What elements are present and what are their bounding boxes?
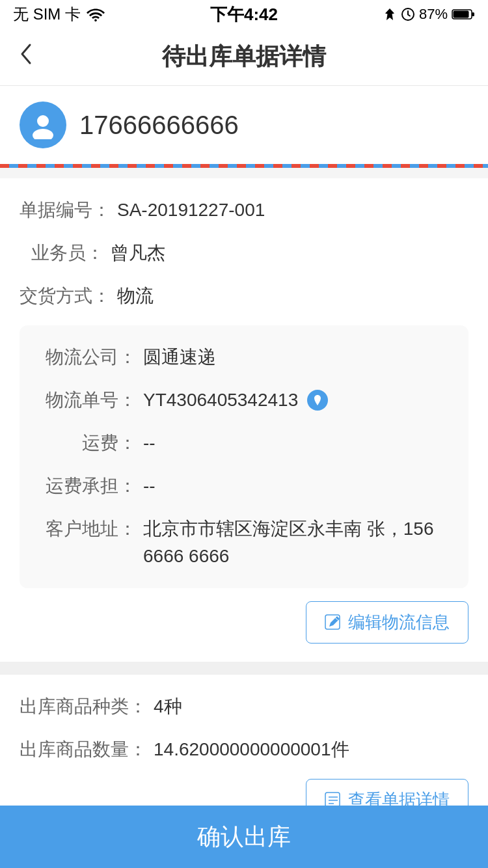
freight-bearer-label: 运费承担： xyxy=(39,472,143,500)
location-nav-icon xyxy=(383,7,397,21)
document-number-value: SA-20191227-001 xyxy=(117,197,468,224)
back-button[interactable] xyxy=(18,42,33,72)
logistics-company-value: 圆通速递 xyxy=(143,344,449,371)
customer-address-row: 客户地址： 北京市市辖区海淀区永丰南 张，156 6666 6666 xyxy=(39,515,449,570)
freight-value: -- xyxy=(143,429,449,457)
customer-address-value: 北京市市辖区海淀区永丰南 张，156 6666 6666 xyxy=(143,515,449,570)
map-pin-icon xyxy=(312,394,323,406)
delivery-method-value: 物流 xyxy=(117,282,468,310)
edit-icon xyxy=(325,614,342,631)
logistics-tracking-row: 物流单号： YT4306405342413 xyxy=(39,387,449,414)
avatar xyxy=(20,102,66,148)
confirm-button-label: 确认出库 xyxy=(197,821,291,853)
battery-icon xyxy=(452,8,475,20)
goods-type-value: 4种 xyxy=(154,693,468,720)
document-number-row: 单据编号： SA-20191227-001 xyxy=(20,197,468,224)
goods-quantity-row: 出库商品数量： 14.620000000000001件 xyxy=(20,736,468,763)
status-time: 下午4:42 xyxy=(210,3,278,26)
logistics-company-label: 物流公司： xyxy=(39,344,143,371)
edit-logistics-label: 编辑物流信息 xyxy=(348,611,450,634)
svg-rect-2 xyxy=(472,12,474,16)
goods-type-row: 出库商品种类： 4种 xyxy=(20,693,468,720)
svg-point-4 xyxy=(37,115,49,127)
document-number-label: 单据编号： xyxy=(20,197,117,224)
delivery-method-row: 交货方式： 物流 xyxy=(20,282,468,310)
battery-percent: 87% xyxy=(419,6,448,23)
customer-phone: 17666666666 xyxy=(79,111,239,140)
salesperson-row: 业务员： 曾凡杰 xyxy=(20,239,468,267)
confirm-button[interactable]: 确认出库 xyxy=(0,806,488,868)
carrier-text: 无 SIM 卡 xyxy=(13,4,81,25)
customer-address-label: 客户地址： xyxy=(39,515,143,543)
freight-bearer-value: -- xyxy=(143,472,449,500)
salesperson-value: 曾凡杰 xyxy=(111,239,468,267)
freight-bearer-row: 运费承担： -- xyxy=(39,472,449,500)
status-bar: 无 SIM 卡 下午4:42 87% xyxy=(0,0,488,29)
logistics-company-row: 物流公司： 圆通速递 xyxy=(39,344,449,371)
edit-logistics-button[interactable]: 编辑物流信息 xyxy=(306,601,468,644)
customer-header: 17666666666 xyxy=(0,86,488,164)
wifi-icon xyxy=(86,7,105,21)
goods-type-label: 出库商品种类： xyxy=(20,693,154,720)
freight-label: 运费： xyxy=(39,429,143,457)
logistics-tracking-value: YT4306405342413 xyxy=(143,387,449,414)
person-icon xyxy=(29,111,57,139)
logistics-card: 物流公司： 圆通速递 物流单号： YT4306405342413 运费： -- xyxy=(20,325,468,588)
status-left: 无 SIM 卡 xyxy=(13,4,105,25)
gray-divider xyxy=(0,662,488,675)
salesperson-label: 业务员： xyxy=(20,239,111,267)
freight-row: 运费： -- xyxy=(39,429,449,457)
goods-quantity-label: 出库商品数量： xyxy=(20,736,154,763)
delivery-method-label: 交货方式： xyxy=(20,282,117,310)
dashed-divider xyxy=(0,164,488,168)
order-info-section: 单据编号： SA-20191227-001 业务员： 曾凡杰 交货方式： 物流 … xyxy=(0,178,488,662)
nav-bar: 待出库单据详情 xyxy=(0,29,488,86)
page-title: 待出库单据详情 xyxy=(162,41,326,73)
svg-point-5 xyxy=(33,129,53,139)
track-location-button[interactable] xyxy=(307,390,328,411)
logistics-tracking-label: 物流单号： xyxy=(39,387,143,414)
svg-rect-3 xyxy=(453,11,468,18)
svg-rect-7 xyxy=(325,793,340,807)
goods-quantity-value: 14.620000000000001件 xyxy=(154,736,468,763)
edit-btn-row: 编辑物流信息 xyxy=(20,601,468,644)
clock-icon xyxy=(401,7,415,21)
status-right: 87% xyxy=(383,6,475,23)
